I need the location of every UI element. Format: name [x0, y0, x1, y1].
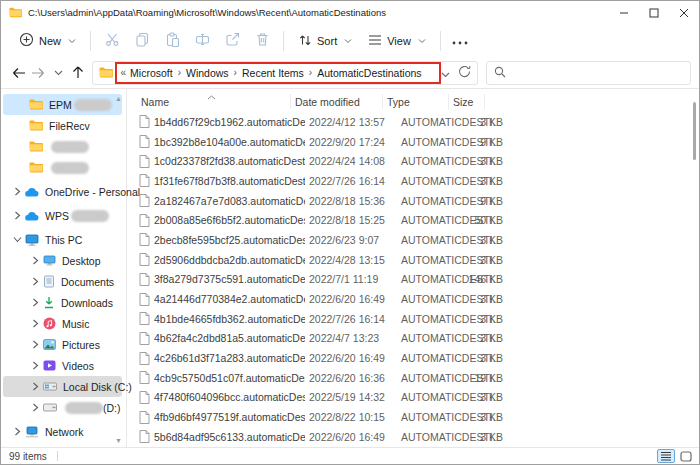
search-input[interactable] — [512, 67, 683, 79]
address-dropdown-icon[interactable] — [441, 64, 450, 82]
search-box[interactable] — [486, 61, 691, 85]
file-row[interactable]: 4a21446d770384e2.automaticDestination...… — [127, 289, 699, 309]
breadcrumb-separator-icon[interactable]: › — [176, 67, 183, 78]
cut-button[interactable] — [97, 28, 127, 54]
breadcrumb-collapsed-marker[interactable]: « — [121, 67, 127, 78]
file-name: 4a21446d770384e2.automaticDestination... — [154, 293, 305, 305]
sidebar-item-this-pc[interactable]: This PC — [3, 229, 122, 250]
column-header-size[interactable]: Size — [449, 94, 485, 109]
sidebar-scroll-down-icon[interactable]: ▼ — [115, 437, 122, 444]
file-row[interactable]: 1bc392b8e104a00e.automaticDestination...… — [127, 132, 699, 152]
file-row[interactable]: 2b008a85e6f6b5f2.automaticDestinations..… — [127, 210, 699, 230]
file-size: 3 KB — [463, 332, 503, 344]
file-icon — [139, 332, 154, 345]
up-button[interactable] — [68, 61, 88, 85]
sidebar-item-network[interactable]: Network — [3, 421, 122, 442]
chevron-right-icon[interactable] — [9, 427, 25, 436]
sidebar-item-d[interactable]: (D:) — [3, 397, 122, 418]
details-view-button[interactable] — [657, 449, 675, 463]
rename-button[interactable] — [187, 28, 217, 54]
titlebar: C:\Users\admin\AppData\Roaming\Microsoft… — [1, 1, 699, 24]
sidebar-item-videos[interactable]: Videos — [3, 355, 122, 376]
file-row[interactable]: 2becb8fe595bcf25.automaticDestinations..… — [127, 230, 699, 250]
file-row[interactable]: 1f31fe67f8d7b3f8.automaticDestinations-.… — [127, 171, 699, 191]
sort-button[interactable]: Sort — [290, 29, 360, 53]
sidebar-scroll-up-icon[interactable]: ▲ — [115, 95, 122, 102]
folder-icon — [29, 141, 43, 152]
sidebar-item-onedrive-personal[interactable]: OneDrive - Personal — [3, 181, 122, 202]
breadcrumb-segment[interactable]: Windows — [183, 67, 232, 79]
sidebar-item-local-disk-c[interactable]: Local Disk (C:) — [3, 376, 122, 397]
file-row[interactable]: 2a182467a7e7d083.automaticDestination...… — [127, 191, 699, 211]
forward-button[interactable] — [29, 61, 49, 85]
file-row[interactable]: 4b1bde4665fdb362.automaticDestination...… — [127, 309, 699, 329]
chevron-right-icon[interactable] — [27, 256, 43, 265]
recent-locations-button[interactable] — [48, 61, 68, 85]
close-button[interactable] — [669, 1, 699, 24]
file-row[interactable]: 3f8a279d7375c591.automaticDestinations..… — [127, 270, 699, 290]
view-button[interactable]: View — [360, 30, 434, 52]
sidebar-item-filerecv[interactable]: FileRecv — [3, 115, 122, 136]
file-date-modified: 2022/9/20 17:24 — [305, 136, 397, 148]
chevron-right-icon[interactable] — [27, 319, 43, 328]
sidebar-item-epm[interactable]: EPM — [3, 94, 122, 115]
column-header-type[interactable]: Type — [383, 94, 449, 109]
address-bar[interactable]: « Microsoft›Windows›Recent Items›Automat… — [92, 61, 478, 85]
sidebar-item-documents[interactable]: Documents — [3, 271, 122, 292]
chevron-right-icon[interactable] — [27, 403, 43, 412]
new-button[interactable]: New — [11, 28, 84, 53]
breadcrumb-segment[interactable]: Recent Items — [239, 67, 307, 79]
minimize-button[interactable] — [609, 1, 639, 24]
file-icon — [139, 174, 154, 187]
chevron-right-icon[interactable] — [27, 277, 43, 286]
sidebar-item-label: FileRecv — [49, 120, 90, 132]
file-size: 3 KB — [463, 234, 503, 246]
sidebar-item-wps[interactable]: WPS — [3, 205, 122, 226]
breadcrumb-segment[interactable]: AutomaticDestinations — [314, 67, 424, 79]
disk-win-icon — [43, 381, 57, 392]
chevron-right-icon[interactable] — [9, 211, 25, 220]
back-button[interactable] — [9, 61, 29, 85]
large-icons-view-button[interactable] — [677, 449, 695, 463]
chevron-right-icon[interactable] — [9, 187, 25, 196]
chevron-down-icon[interactable] — [9, 236, 25, 243]
file-date-modified: 2022/5/19 14:32 — [305, 391, 397, 403]
sidebar-item-desktop[interactable]: Desktop — [3, 250, 122, 271]
file-size: 3 KB — [463, 431, 503, 443]
file-row[interactable]: 2d5906ddbdcba2db.automaticDestinatio... … — [127, 250, 699, 270]
refresh-icon[interactable] — [458, 64, 471, 82]
file-row[interactable]: 4c26b61d3f71a283.automaticDestination...… — [127, 348, 699, 368]
file-row[interactable]: 1b4dd67f29cb1962.automaticDestination...… — [127, 112, 699, 132]
chevron-right-icon[interactable] — [27, 340, 43, 349]
chevron-right-icon[interactable] — [27, 361, 43, 370]
chevron-right-icon[interactable] — [27, 298, 43, 307]
file-row[interactable]: 4fb9d6bf4977519f.automaticDestinations..… — [127, 407, 699, 427]
breadcrumb-separator-icon[interactable]: › — [307, 67, 314, 78]
share-button[interactable] — [217, 28, 247, 54]
delete-button[interactable] — [247, 28, 277, 54]
chevron-right-icon[interactable] — [27, 382, 43, 391]
breadcrumb-segment[interactable]: Microsoft — [127, 67, 176, 79]
file-type: AUTOMATICDESTI... — [397, 116, 463, 128]
paste-button[interactable] — [157, 28, 187, 54]
file-row[interactable]: 4b62fa4c2dbd81a5.automaticDestination...… — [127, 329, 699, 349]
sidebar-item-label: This PC — [45, 234, 82, 246]
file-row[interactable]: 5b6d84adf95c6133.automaticDestination...… — [127, 427, 699, 447]
file-row[interactable]: 4f7480f604096bcc.automaticDestinations..… — [127, 388, 699, 408]
file-row[interactable]: 4cb9c5750d51c07f.automaticDestination...… — [127, 368, 699, 388]
breadcrumb-separator-icon[interactable]: › — [232, 67, 239, 78]
column-header-date-modified[interactable]: Date modified — [291, 94, 383, 109]
ellipsis-icon — [452, 33, 468, 48]
copy-button[interactable] — [127, 28, 157, 54]
file-name: 1bc392b8e104a00e.automaticDestination... — [154, 136, 305, 148]
sidebar-item-redacted[interactable] — [3, 157, 122, 178]
file-list-scrollbar[interactable] — [693, 102, 696, 160]
sidebar-item-music[interactable]: Music — [3, 313, 122, 334]
more-options-button[interactable] — [447, 29, 473, 52]
file-row[interactable]: 1c0d23378f2fd38.automaticDestinations-..… — [127, 151, 699, 171]
sidebar-item-pictures[interactable]: Pictures — [3, 334, 122, 355]
sidebar-item-redacted[interactable] — [3, 136, 122, 157]
sidebar-item-downloads[interactable]: Downloads — [3, 292, 122, 313]
file-size: 3 KB — [463, 352, 503, 364]
maximize-button[interactable] — [639, 1, 669, 24]
